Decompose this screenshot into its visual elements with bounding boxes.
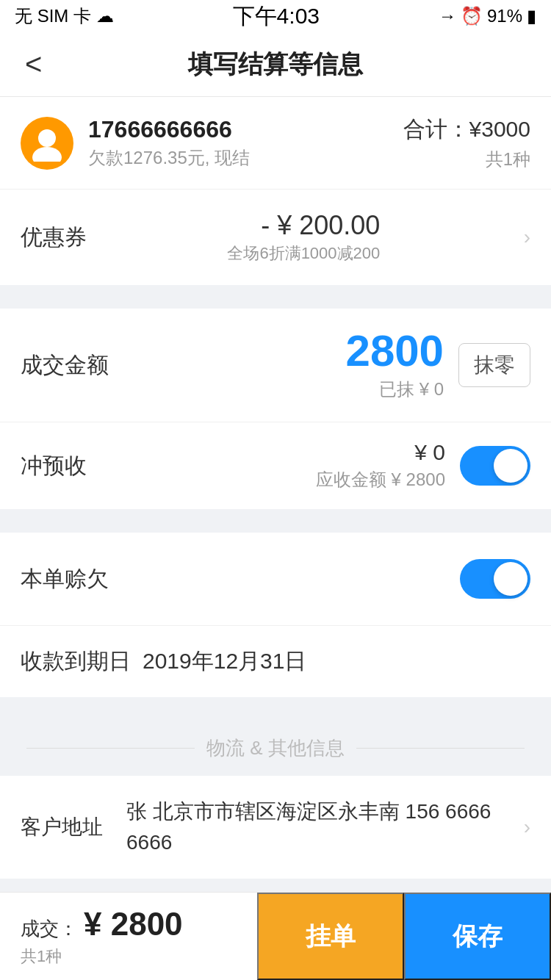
page-title: 填写结算等信息 [188,48,363,82]
customer-right: 合计：¥3000 共1种 [403,115,530,171]
total-count: 共1种 [403,148,530,171]
due-row: 收款到期日 2019年12月31日 [0,625,551,697]
back-button[interactable]: < [18,40,49,88]
advance-amount-block: ¥ 0 应收金额 ¥ 2800 [316,440,445,491]
customer-sub: 欠款1276.35元, 现结 [88,146,250,170]
address-section[interactable]: 客户地址 张 北京市市辖区海淀区永丰南 156 6666 6666 › [0,776,551,879]
content: 17666666666 欠款1276.35元, 现结 合计：¥3000 共1种 … [0,97,551,980]
status-bar: 无 SIM 卡 ☁ 下午4:03 → ⏰ 91% ▮ [0,0,551,32]
hang-button[interactable]: 挂单 [257,893,404,980]
advance-right: ¥ 0 应收金额 ¥ 2800 [316,440,530,491]
customer-left: 17666666666 欠款1276.35元, 现结 [21,116,250,170]
debt-row: 本单赊欠 [0,533,551,625]
chevron-right-icon: › [524,815,530,839]
sim-label: 无 SIM 卡 ☁ [15,4,114,28]
advance-label: 冲预收 [21,451,87,481]
deal-section: 成交金额 2800 已抹 ¥ 0 抹零 冲预收 ¥ 0 应收金额 ¥ 2800 [0,309,551,509]
coupon-desc: 全场6折满1000减200 [227,242,380,264]
debt-label: 本单赊欠 [21,564,109,594]
logistics-label: 物流 & 其他信息 [206,735,345,761]
divider-line-right [356,748,525,749]
bottom-deal-label: 成交： [21,916,78,942]
customer-phone: 17666666666 [88,116,250,143]
coupon-label: 优惠券 [21,223,87,253]
debt-toggle[interactable] [460,559,530,599]
deal-right: 2800 已抹 ¥ 0 抹零 [346,329,530,401]
advance-amount: ¥ 0 [316,440,445,465]
coupon-discount: - ¥ 200.00 [227,210,380,241]
total-amount: 合计：¥3000 [403,115,530,145]
bottom-info: 成交： ¥ 2800 共1种 [0,906,257,968]
address-row[interactable]: 客户地址 张 北京市市辖区海淀区永丰南 156 6666 6666 › [0,776,551,879]
avatar-icon [29,125,65,162]
address-key: 客户地址 [21,813,109,841]
status-right: → ⏰ 91% ▮ [439,6,536,26]
divider-2 [0,521,551,533]
advance-sub: 应收金额 ¥ 2800 [316,468,445,491]
divider-1 [0,297,551,309]
due-label: 收款到期日 [21,646,131,677]
divider-3 [0,709,551,721]
customer-info: 17666666666 欠款1276.35元, 现结 [88,116,250,170]
deal-label: 成交金额 [21,350,109,381]
bottom-deal: 成交： ¥ 2800 [21,906,237,943]
bottom-deal-amount: ¥ 2800 [84,906,183,943]
address-value: 张 北京市市辖区海淀区永丰南 156 6666 6666 [126,796,518,858]
location-icon: → [439,6,456,26]
status-time: 下午4:03 [233,1,320,32]
deal-row: 成交金额 2800 已抹 ¥ 0 抹零 [0,309,551,422]
avatar [21,117,73,170]
deal-amount-block: 2800 已抹 ¥ 0 [346,329,444,401]
debt-section: 本单赊欠 收款到期日 2019年12月31日 [0,533,551,697]
chevron-right-icon: › [524,226,530,249]
save-button[interactable]: 保存 [404,893,551,980]
customer-row: 17666666666 欠款1276.35元, 现结 合计：¥3000 共1种 [0,97,551,189]
bottom-count: 共1种 [21,945,237,968]
coupon-row[interactable]: 优惠券 - ¥ 200.00 全场6折满1000减200 › [0,189,551,285]
nav-bar: < 填写结算等信息 [0,32,551,97]
svg-point-0 [38,129,56,147]
divider-line-left [26,748,195,749]
due-date: 2019年12月31日 [143,646,306,677]
advance-row: 冲预收 ¥ 0 应收金额 ¥ 2800 [0,422,551,509]
bottom-bar: 成交： ¥ 2800 共1种 挂单 保存 [0,892,551,980]
round-zero-button[interactable]: 抹零 [458,343,530,387]
customer-section: 17666666666 欠款1276.35元, 现结 合计：¥3000 共1种 … [0,97,551,285]
battery-label: 91% [487,6,522,26]
alarm-icon: ⏰ [461,6,483,26]
advance-toggle[interactable] [460,446,530,486]
battery-icon: ▮ [527,6,536,26]
status-left: 无 SIM 卡 ☁ [15,4,114,28]
deal-amount: 2800 [346,329,444,373]
coupon-right: - ¥ 200.00 全场6折满1000减200 [227,210,380,264]
deal-erased: 已抹 ¥ 0 [346,378,444,401]
logistics-divider: 物流 & 其他信息 [0,721,551,776]
svg-point-1 [32,147,62,162]
